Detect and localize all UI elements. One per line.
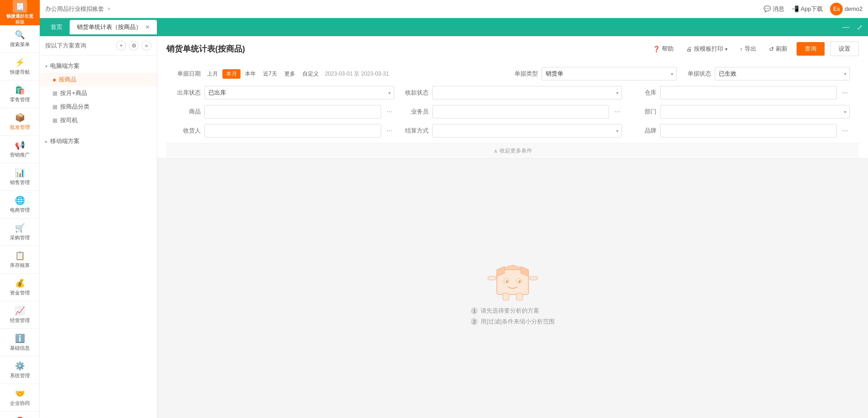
tree-child-by-category[interactable]: ▦ 按商品分类: [40, 100, 157, 114]
sidebar-item-sales[interactable]: 📊 销售管理: [0, 163, 40, 191]
tree-active-icon: ●: [52, 76, 56, 83]
date-btn-more[interactable]: 更多: [282, 69, 298, 79]
dept-label: 部门: [631, 108, 656, 116]
sidebar-item-inventory[interactable]: 📋 库存核算: [0, 246, 40, 274]
print-btn[interactable]: 🖨 按模板打印 ▾: [683, 43, 731, 55]
recv-label: 收款状态: [403, 89, 429, 97]
empty-tip-2: 2 用[过滤]条件来缩小分析范围: [471, 318, 554, 326]
date-btn-last-month[interactable]: 上月: [204, 69, 221, 79]
svg-rect-9: [529, 276, 538, 280]
logo-icon: 🧾: [13, 0, 27, 13]
sidebar-item-enterprise[interactable]: 🤝 企业协同: [0, 384, 40, 412]
filter-group-date: 单据日期 上月 本月 本年 近7天 更多 自定义 2023-03-01 至 20…: [175, 69, 504, 79]
svg-point-7: [519, 280, 521, 282]
receiver-input[interactable]: [204, 124, 381, 138]
collapse-panel-btn[interactable]: «: [142, 41, 151, 51]
message-label: 消息: [773, 5, 784, 13]
sidebar-item-label: 营销推广: [10, 152, 30, 158]
status-select[interactable]: [715, 67, 850, 81]
wholesale-icon: 📦: [15, 113, 25, 123]
tree-child-by-warehouse[interactable]: ▦ 按司机: [40, 114, 157, 127]
salesman-input[interactable]: [432, 105, 609, 119]
add-scheme-btn[interactable]: +: [116, 41, 126, 51]
warehouse-dots-icon[interactable]: ···: [840, 89, 850, 97]
help-btn[interactable]: ❓ 帮助: [649, 43, 677, 55]
payment-label: 结算方式: [403, 127, 429, 135]
type-select-wrapper: ▾: [542, 67, 677, 81]
system-icon: ⚙️: [15, 361, 25, 371]
out-select[interactable]: [204, 86, 394, 100]
sidebar-item-retail[interactable]: 🛍️ 零售管理: [0, 81, 40, 108]
empty-illustration: [486, 252, 540, 301]
tree-child-label: 按月+商品: [60, 89, 87, 97]
tab-home[interactable]: 首页: [43, 20, 70, 34]
goods-input[interactable]: [204, 105, 381, 119]
brand-dots-icon[interactable]: ···: [840, 127, 850, 135]
date-btn-this-year[interactable]: 本年: [242, 69, 259, 79]
sidebar-item-ecommerce[interactable]: 🌐 电商管理: [0, 191, 40, 218]
search-icon: 🔍: [15, 30, 25, 40]
tree-child-by-goods[interactable]: ● 按商品: [40, 73, 157, 86]
sidebar-item-label: 企业协同: [10, 400, 30, 407]
content-area: 按以下方案查询 + ⚙ « ▾ 电脑端方案: [40, 36, 868, 418]
filter-group-receiver: 收货人 ···: [175, 124, 394, 138]
tree-mobile-label: 移动端方案: [50, 137, 80, 145]
dept-select[interactable]: [660, 105, 850, 119]
date-label: 单据日期: [175, 70, 201, 78]
sidebar-item-operation[interactable]: 📈 经营管理: [0, 301, 40, 329]
recv-select[interactable]: [432, 86, 622, 100]
tab-expand-btn[interactable]: ⤢: [855, 21, 864, 33]
left-panel-title: 按以下方案查询: [45, 42, 86, 50]
sidebar-item-basic[interactable]: ℹ️ 基础信息: [0, 329, 40, 356]
header-right: 💬 消息 📲 App下载 Ea demo2: [764, 3, 863, 15]
sidebar-item-marketing[interactable]: 📢 营销推广: [0, 136, 40, 163]
tree-section-desktop: ▾ 电脑端方案 ● 按商品 ▦ 按月+商品 ▦ 按商品分类 ▦ 按司机: [40, 56, 157, 131]
tree-mobile-parent[interactable]: ▸ 移动端方案: [40, 134, 157, 148]
warehouse-input[interactable]: [660, 86, 837, 100]
collapse-bar[interactable]: ∧ 收起更多条件: [166, 143, 859, 158]
refresh-btn[interactable]: ↺ 刷新: [765, 43, 791, 55]
tree-child-by-month-goods[interactable]: ▦ 按月+商品: [40, 86, 157, 100]
sidebar-item-finance[interactable]: 💰 资金管理: [0, 274, 40, 301]
sidebar-item-system[interactable]: ⚙️ 系统管理: [0, 356, 40, 384]
filter-row-4: 收货人 ··· 结算方式 ▾ 品牌: [175, 124, 850, 138]
brand-input[interactable]: [660, 124, 837, 138]
export-btn[interactable]: ↑ 导出: [736, 43, 760, 55]
goods-dots-icon[interactable]: ···: [385, 108, 394, 116]
user-profile[interactable]: Ea demo2: [830, 3, 863, 15]
sidebar-item-purchase[interactable]: 🛒 采购管理: [0, 218, 40, 246]
date-btn-custom[interactable]: 自定义: [300, 69, 321, 79]
message-btn[interactable]: 💬 消息: [764, 5, 784, 13]
top-header: 办公用品行业模拟账套 ▾ 💬 消息 📲 App下载 Ea demo2: [40, 0, 868, 18]
page-actions: ❓ 帮助 🖨 按模板打印 ▾ ↑ 导出 ↺: [649, 42, 859, 56]
collapse-up-icon: ∧: [494, 148, 498, 154]
type-select[interactable]: [542, 67, 677, 81]
download-icon: 📲: [792, 5, 799, 12]
refresh-label: 刷新: [776, 45, 788, 53]
filter-group-status: 单据状态 ▾: [686, 67, 850, 81]
payment-select[interactable]: [432, 124, 622, 138]
tab-minimize-btn[interactable]: —: [840, 21, 851, 33]
refresh-icon: ↺: [769, 46, 774, 52]
page-title: 销货单统计表(按商品): [166, 43, 245, 54]
message-icon: 💬: [764, 5, 771, 12]
settings-scheme-btn[interactable]: ⚙: [129, 41, 139, 51]
sidebar-item-wholesale[interactable]: 📦 批发管理: [0, 108, 40, 136]
sidebar-item-newbie[interactable]: 🎯 新手引导: [0, 412, 40, 418]
tree-sub-icon-1: ▦: [52, 104, 57, 110]
tab-close-icon[interactable]: ✕: [145, 24, 150, 30]
sidebar-item-search[interactable]: 🔍 搜索菜单: [0, 25, 40, 53]
print-icon: 🖨: [686, 46, 692, 52]
tree-desktop-parent[interactable]: ▾ 电脑端方案: [40, 59, 157, 73]
app-download-btn[interactable]: 📲 App下载: [792, 5, 823, 13]
salesman-dots-icon[interactable]: ···: [613, 108, 622, 116]
sidebar-item-quick-nav[interactable]: ⚡ 快捷导航: [0, 53, 40, 81]
setting-btn[interactable]: 设置: [830, 42, 859, 56]
filter-group-salesman: 业务员 ···: [403, 105, 622, 119]
receiver-dots-icon[interactable]: ···: [385, 127, 394, 135]
basic-icon: ℹ️: [15, 333, 25, 343]
query-btn[interactable]: 查询: [797, 42, 825, 56]
date-btn-7days[interactable]: 近7天: [260, 69, 280, 79]
tab-report[interactable]: 销货单统计表（按商品） ✕: [70, 20, 157, 34]
date-btn-this-month[interactable]: 本月: [222, 69, 241, 79]
